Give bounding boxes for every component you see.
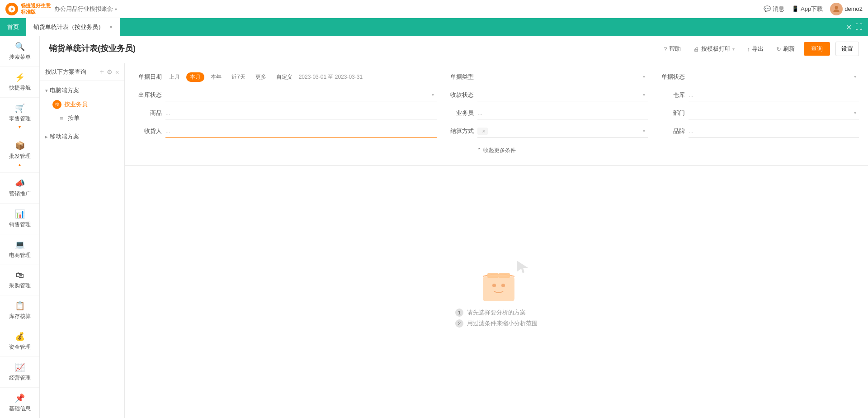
settings-scheme-icon[interactable]: ⚙ bbox=[107, 68, 113, 76]
date-btn-this-month[interactable]: 本月 bbox=[186, 72, 204, 82]
marketing-icon: 📣 bbox=[15, 178, 25, 188]
sidebar-item-sales[interactable]: 📊 销售管理 bbox=[0, 204, 39, 234]
tab-home[interactable]: 首页 bbox=[0, 18, 26, 36]
empty-svg bbox=[469, 256, 533, 306]
filter-control-pay-status[interactable]: ▾ bbox=[477, 89, 648, 101]
filter-row-3: 商品 ... 业务员 ... bbox=[134, 107, 859, 119]
scheme-item-by-order[interactable]: ≡ 按单 bbox=[40, 112, 124, 124]
filter-control-doc-type[interactable]: ▾ bbox=[477, 71, 648, 83]
sidebar-item-basic[interactable]: 📌 基础信息 bbox=[0, 388, 39, 418]
export-icon: ↑ bbox=[747, 46, 750, 52]
avatar bbox=[830, 3, 843, 15]
tip-num-1: 1 bbox=[455, 309, 463, 317]
pay-status-dropdown-icon: ▾ bbox=[643, 92, 645, 97]
tab-close-icon[interactable]: × bbox=[109, 24, 113, 30]
scheme-order-label: 按单 bbox=[68, 114, 80, 122]
page-header: 销货单统计表(按业务员) ? 帮助 🖨 按模板打印 ▾ ↑ bbox=[40, 36, 868, 63]
scheme-item-by-salesperson[interactable]: 按 按业务员 bbox=[40, 97, 124, 112]
message-icon: 💬 bbox=[764, 5, 771, 12]
logo-text: 畅捷通好生意标准版 bbox=[21, 3, 51, 14]
date-range-text: 2023-03-01 至 2023-03-31 bbox=[299, 73, 363, 81]
settle-method-tag: × bbox=[477, 128, 488, 135]
date-btn-7days[interactable]: 近7天 bbox=[228, 72, 249, 82]
tab-home-label: 首页 bbox=[7, 23, 19, 31]
dropdown-caret-icon: ▾ bbox=[115, 7, 117, 12]
date-filter-buttons: 上月 本月 本年 近7天 更多 自定义 bbox=[165, 72, 296, 82]
filter-item-ship-status: 出库状态 ▾ bbox=[134, 89, 437, 101]
content-body: 按以下方案查询 + ⚙ « ▾ 电脑端方案 bbox=[40, 63, 868, 418]
sidebar-item-retail[interactable]: 🛒 零售管理 ▾ bbox=[0, 98, 39, 135]
filter-control-warehouse[interactable]: ... bbox=[689, 89, 859, 101]
sidebar-item-retail-label: 零售管理 bbox=[9, 115, 31, 123]
help-button[interactable]: ? 帮助 bbox=[660, 43, 684, 55]
scheme-group-mobile-title[interactable]: ▸ 移动端方案 bbox=[40, 130, 124, 143]
filter-item-warehouse: 仓库 ... bbox=[657, 89, 859, 101]
filter-control-consignee[interactable]: ... bbox=[165, 125, 437, 138]
filter-label-doc-type: 单据类型 bbox=[446, 73, 477, 81]
filter-row-2: 出库状态 ▾ 收款状态 ▾ bbox=[134, 89, 859, 101]
empty-tips: 1 请先选择要分析的方案 2 用过滤条件来缩小分析范围 bbox=[455, 309, 538, 328]
filter-control-settle-method[interactable]: × ▾ bbox=[477, 125, 648, 138]
sidebar-item-marketing-label: 营销推广 bbox=[9, 190, 31, 198]
filter-control-dept[interactable]: ▾ bbox=[689, 107, 859, 119]
filter-control-ship-status[interactable]: ▾ bbox=[165, 89, 437, 101]
svg-rect-2 bbox=[487, 273, 499, 278]
sidebar-item-operation[interactable]: 📈 经营管理 bbox=[0, 357, 39, 388]
print-button[interactable]: 🖨 按模板打印 ▾ bbox=[690, 43, 738, 55]
top-bar-dropdown[interactable]: 办公用品行业模拟账套 ▾ bbox=[54, 5, 117, 13]
dept-dropdown-icon: ▾ bbox=[854, 110, 856, 115]
ship-status-dropdown-icon: ▾ bbox=[432, 92, 434, 97]
sidebar-item-ecom[interactable]: 💻 电商管理 bbox=[0, 234, 39, 265]
filter-control-goods[interactable]: ... bbox=[165, 107, 437, 119]
settle-method-dropdown-icon: ▾ bbox=[643, 128, 645, 133]
close-window-icon[interactable]: ✕ bbox=[846, 23, 852, 32]
app-download-button[interactable]: 📱 App下载 bbox=[792, 5, 823, 13]
maximize-icon[interactable]: ⛶ bbox=[855, 23, 863, 31]
tab-sales-stat-label: 销货单统计表（按业务员） bbox=[33, 23, 104, 31]
sidebar-item-marketing[interactable]: 📣 营销推广 bbox=[0, 173, 39, 204]
sidebar-item-finance[interactable]: 💰 资金管理 bbox=[0, 326, 39, 357]
date-btn-last-month[interactable]: 上月 bbox=[165, 72, 184, 82]
scheme-group-desktop-title[interactable]: ▾ 电脑端方案 bbox=[40, 84, 124, 97]
filter-control-brand[interactable]: ... bbox=[689, 125, 859, 138]
message-button[interactable]: 💬 消息 bbox=[764, 5, 784, 13]
empty-tip-1: 1 请先选择要分析的方案 bbox=[455, 309, 538, 317]
user-area[interactable]: demo2 bbox=[830, 3, 863, 15]
desktop-group-label: 电脑端方案 bbox=[50, 86, 79, 95]
sidebar-item-inventory[interactable]: 📋 库存核算 bbox=[0, 295, 39, 326]
sidebar-item-wholesale[interactable]: 📦 批发管理 ▴ bbox=[0, 135, 39, 173]
filter-row-4: 收货人 ... 结算方式 × bbox=[134, 125, 859, 138]
date-btn-more[interactable]: 更多 bbox=[252, 72, 270, 82]
query-button[interactable]: 查询 bbox=[804, 42, 830, 56]
scheme-group-desktop: ▾ 电脑端方案 按 按业务员 ≡ 按单 bbox=[40, 81, 124, 127]
collapse-more-button[interactable]: ⌃ 收起更多条件 bbox=[134, 143, 859, 158]
settle-method-clear-icon[interactable]: × bbox=[482, 128, 485, 134]
goods-value: ... bbox=[165, 109, 170, 116]
filter-item-consignee: 收货人 ... bbox=[134, 125, 437, 138]
left-panel-actions: + ⚙ « bbox=[100, 68, 119, 76]
filter-control-doc-status[interactable]: ▾ bbox=[689, 71, 859, 83]
collapse-panel-icon[interactable]: « bbox=[115, 68, 119, 76]
quick-nav-icon: ⚡ bbox=[15, 72, 25, 82]
sidebar-item-quick-nav[interactable]: ⚡ 快捷导航 bbox=[0, 67, 39, 98]
scheme-salesperson-label: 按业务员 bbox=[64, 100, 88, 109]
sidebar-item-search[interactable]: 🔍 搜索菜单 bbox=[0, 36, 39, 67]
tab-sales-stat[interactable]: 销货单统计表（按业务员） × bbox=[26, 18, 120, 36]
top-bar-left: 畅捷通好生意标准版 办公用品行业模拟账套 ▾ bbox=[5, 3, 117, 15]
date-filter-controls: 上月 本月 本年 近7天 更多 自定义 2023-03-01 至 2023-03… bbox=[165, 72, 437, 82]
tip-num-2: 2 bbox=[455, 319, 463, 328]
date-btn-custom[interactable]: 自定义 bbox=[273, 72, 296, 82]
settings-button[interactable]: 设置 bbox=[835, 42, 859, 56]
sales-icon: 📊 bbox=[15, 209, 25, 219]
export-button[interactable]: ↑ 导出 bbox=[744, 43, 768, 55]
empty-state-illustration bbox=[469, 256, 524, 301]
date-btn-this-year[interactable]: 本年 bbox=[207, 72, 225, 82]
empty-tip-2-text: 用过滤条件来缩小分析范围 bbox=[467, 319, 538, 328]
sidebar-item-ecom-label: 电商管理 bbox=[9, 252, 31, 259]
filter-item-doc-status: 单据状态 ▾ bbox=[657, 71, 859, 83]
refresh-button[interactable]: ↻ 刷新 bbox=[773, 43, 798, 55]
filter-control-salesperson[interactable]: ... bbox=[477, 107, 648, 119]
sidebar-item-purchase[interactable]: 🛍 采购管理 bbox=[0, 265, 39, 295]
scheme-group-mobile: ▸ 移动端方案 bbox=[40, 127, 124, 146]
add-scheme-icon[interactable]: + bbox=[100, 68, 104, 76]
